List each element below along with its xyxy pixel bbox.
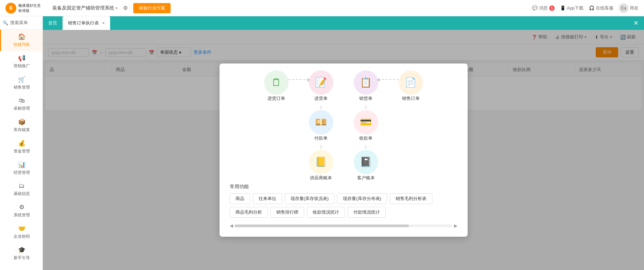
sales-icon: 🛒 <box>18 76 25 83</box>
flow-col-sales-bill: 📋 销货单 ↓ <box>354 70 378 110</box>
common-btn-7[interactable]: 收款情况统计 <box>307 207 345 218</box>
main-area: 🔍 搜索菜单 🏠快捷导航📢营销推广🛒销售管理🛍采购管理📦库存核算💰资金管理📊经营… <box>0 16 644 270</box>
flow-col-purchase-order: 🗒 进货订单 <box>264 70 289 102</box>
payment-icon: 💴 <box>315 116 327 128</box>
app-download-btn[interactable]: 📱 App下载 <box>560 5 584 11</box>
purchase-bill-label: 进货单 <box>314 95 328 102</box>
sidebar-item-label: 基础信息 <box>14 191 30 197</box>
common-buttons: 商品往来单位现存量(库存状况表)现存量(库存分布表)销售毛利分析表商品毛利分析销… <box>230 193 457 218</box>
content-area: 首页 销售订单执行表 × ✕ ❓ 帮助 🖨 <box>43 16 644 270</box>
receipt-circle[interactable]: 💳 <box>354 110 378 134</box>
scrollbar-thumb[interactable] <box>234 224 409 227</box>
operations-icon: 📊 <box>18 161 25 168</box>
common-btn-5[interactable]: 商品毛利分析 <box>230 207 268 218</box>
sales-order-icon: 📄 <box>405 77 417 88</box>
sidebar-item-label: 企业协同 <box>14 234 30 239</box>
sales-bill-circle[interactable]: 📋 <box>354 70 378 95</box>
customer-circle[interactable]: 📓 <box>354 150 378 174</box>
sidebar-item-quick-nav[interactable]: 🏠快捷导航 <box>0 30 42 51</box>
modal-overlay[interactable]: 🗒 进货订单 ▶ <box>43 30 644 270</box>
sidebar-item-marketing[interactable]: 📢营销推广 <box>0 51 42 72</box>
newbie-icon: 🎓 <box>18 246 25 254</box>
supplier-icon: 📒 <box>315 156 327 167</box>
online-service-btn[interactable]: 🎧 在线客服 <box>589 5 613 11</box>
purchase-order-label: 进货订单 <box>267 95 285 102</box>
payment-circle[interactable]: 💴 <box>309 110 333 134</box>
user-menu[interactable]: Ea 用友 <box>619 3 639 13</box>
close-window-icon[interactable]: ✕ <box>633 19 644 27</box>
scroll-row: ◀ ▶ <box>230 222 457 230</box>
sidebar-item-sales[interactable]: 🛒销售管理 <box>0 72 42 94</box>
flow-row2: 💴 付款单 ↓ 💳 <box>230 110 457 150</box>
logo-section: 6 畅康通好生意 标准版 <box>5 3 48 14</box>
message-btn[interactable]: 💬 消息 5 <box>532 5 555 11</box>
avatar: Ea <box>619 3 628 13</box>
common-functions-section: 常用功能 商品往来单位现存量(库存状况表)现存量(库存分布表)销售毛利分析表商品… <box>230 184 457 218</box>
try-btn[interactable]: 体验行业方案 <box>133 3 171 13</box>
sidebar-item-label: 快捷导航 <box>14 42 30 48</box>
common-btn-0[interactable]: 商品 <box>230 193 250 204</box>
sidebar-item-label: 资金管理 <box>14 148 30 154</box>
common-btn-2[interactable]: 现存量(库存状况表) <box>285 193 335 204</box>
sidebar-item-inventory[interactable]: 📦库存核算 <box>0 115 42 136</box>
sidebar-item-label: 系统管理 <box>14 212 30 218</box>
arrow-sb-down: ↓ <box>364 103 367 110</box>
basic-info-icon: 🗂 <box>19 182 25 190</box>
common-btn-8[interactable]: 付款情况统计 <box>348 207 386 218</box>
flow-col-receipt: 💳 收款单 ↓ <box>354 110 378 150</box>
tab-close-btn[interactable]: × <box>102 21 105 25</box>
flow-col-sales-order: 📄 销售订单 <box>399 70 423 102</box>
purchase-order-icon: 🗒 <box>271 77 281 88</box>
common-btn-3[interactable]: 现存量(库存分布表) <box>337 193 387 204</box>
sales-bill-icon: 📋 <box>360 77 372 88</box>
common-btn-4[interactable]: 销售毛利分析表 <box>390 193 432 204</box>
tab-bar-inner: 首页 销售订单执行表 × ✕ <box>43 16 644 30</box>
sidebar-item-basic-info[interactable]: 🗂基础信息 <box>0 179 42 200</box>
payment-label: 付款单 <box>314 135 328 141</box>
gear-icon[interactable]: ⚙ <box>122 3 129 13</box>
system-title-dropdown[interactable]: 装备及固定资产辅助管理系统 ▾ <box>52 5 118 11</box>
tab-bar: 首页 销售订单执行表 × ✕ <box>43 16 644 30</box>
sales-order-circle[interactable]: 📄 <box>399 70 423 95</box>
flow-row3: 📒 供应商账本 📓 客户账本 <box>230 150 457 181</box>
receipt-icon: 💳 <box>360 116 372 128</box>
arrow-receipt-down: ↓ <box>364 143 367 150</box>
sidebar-search[interactable]: 🔍 搜索菜单 <box>0 16 42 30</box>
common-btn-1[interactable]: 往来单位 <box>253 193 282 204</box>
common-btn-6[interactable]: 销售排行榜 <box>271 207 304 218</box>
sidebar-item-collab[interactable]: 🤝企业协同 <box>0 221 42 243</box>
sidebar-item-label: 销售管理 <box>14 85 30 90</box>
customer-icon: 📓 <box>360 156 372 167</box>
inventory-icon: 📦 <box>18 118 25 126</box>
tab-sales-execution[interactable]: 销售订单执行表 × <box>63 16 110 30</box>
sidebar-item-operations[interactable]: 📊经营管理 <box>0 158 42 179</box>
tab-home[interactable]: 首页 <box>43 16 63 30</box>
purchase-bill-icon: 📝 <box>315 77 327 88</box>
purchase-bill-circle[interactable]: 📝 <box>309 70 333 95</box>
sidebar-nav: 🏠快捷导航📢营销推广🛒销售管理🛍采购管理📦库存核算💰资金管理📊经营管理🗂基础信息… <box>0 30 42 264</box>
app-container: 6 畅康通好生意 标准版 装备及固定资产辅助管理系统 ▾ ⚙ 体验行业方案 💬 … <box>0 0 644 270</box>
sidebar-item-finance[interactable]: 💰资金管理 <box>0 136 42 158</box>
page-content: ❓ 帮助 🖨 按模板打印 ▾ ⬆ 导出 ▾ 🔄 <box>43 30 644 270</box>
system-icon: ⚙ <box>19 203 24 211</box>
message-icon: 💬 <box>532 5 538 11</box>
finance-icon: 💰 <box>18 140 25 147</box>
search-icon: 🔍 <box>3 20 8 25</box>
service-icon: 🎧 <box>589 5 594 11</box>
flow-col-supplier: 📒 供应商账本 <box>309 150 333 181</box>
supplier-circle[interactable]: 📒 <box>309 150 333 174</box>
download-icon: 📱 <box>560 5 565 11</box>
purchase-order-circle[interactable]: 🗒 <box>264 70 289 95</box>
sales-order-label: 销售订单 <box>402 95 420 102</box>
scroll-right-icon[interactable]: ▶ <box>454 223 457 228</box>
sidebar-item-purchase[interactable]: 🛍采购管理 <box>0 94 42 115</box>
modal-box: 🗒 进货订单 ▶ <box>220 64 468 237</box>
scroll-left-icon[interactable]: ◀ <box>230 223 233 228</box>
flow-col-customer: 📓 客户账本 <box>354 150 378 181</box>
flow-diagram: 🗒 进货订单 ▶ <box>230 70 457 110</box>
common-functions-title: 常用功能 <box>230 184 457 190</box>
quick-nav-icon: 🏠 <box>18 33 25 40</box>
sidebar-item-system[interactable]: ⚙系统管理 <box>0 200 42 221</box>
system-title: 装备及固定资产辅助管理系统 <box>52 5 114 11</box>
sidebar-item-newbie[interactable]: 🎓新手引导 <box>0 243 42 264</box>
